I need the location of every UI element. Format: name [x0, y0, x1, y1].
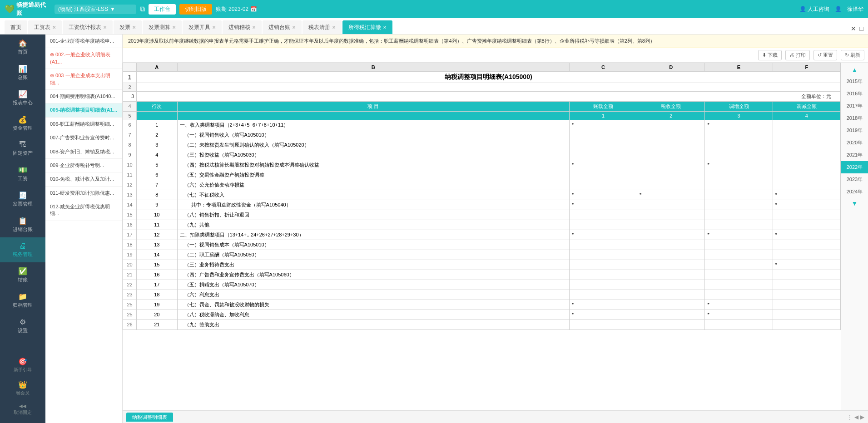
calendar-icon[interactable]: 📅: [250, 6, 257, 12]
val-c-11[interactable]: [569, 220, 637, 230]
tab-minimize-icon[interactable]: ✕: [851, 25, 856, 32]
doc-list-item-006[interactable]: 006-职工薪酬纳税调整明细...: [45, 118, 122, 131]
item-19[interactable]: （七）罚金、罚款和被没收财物的损失: [177, 300, 569, 310]
item-17[interactable]: （五）捐赠支出（填写A105070）: [177, 280, 569, 290]
item-20[interactable]: （八）税收滞纳金、加收利息: [177, 310, 569, 320]
item-14[interactable]: （二）职工薪酬（填写A105050）: [177, 250, 569, 260]
year-item-2018[interactable]: 2018年: [841, 112, 868, 124]
val-e-17[interactable]: [705, 280, 773, 290]
sidebar-item-salary[interactable]: 💵 工资: [0, 161, 45, 187]
tab-invoice-calc[interactable]: 发票测算 ✕: [143, 20, 182, 34]
reset-button[interactable]: ↺ 重置: [813, 50, 837, 60]
val-e-6[interactable]: [705, 170, 773, 180]
val-d-7[interactable]: [637, 180, 705, 190]
val-e-4[interactable]: [705, 150, 773, 160]
val-d-8[interactable]: *: [637, 190, 705, 200]
val-c-4[interactable]: [569, 150, 637, 160]
val-d-12[interactable]: [637, 230, 705, 240]
year-item-2024[interactable]: 2024年: [841, 186, 868, 198]
val-e-21[interactable]: [705, 320, 773, 330]
refresh-button[interactable]: ↻ 刷新: [841, 50, 864, 60]
tab-invoice-close[interactable]: ✕: [132, 25, 136, 30]
bottom-nav-next[interactable]: ▶: [860, 414, 864, 420]
print-button[interactable]: 🖨 打印: [785, 50, 810, 60]
bottom-tab-detail[interactable]: 纳税调整明细表: [126, 413, 173, 422]
sidebar-item-tax[interactable]: 🖨 税务管理: [0, 237, 45, 262]
val-d-2[interactable]: [637, 130, 705, 140]
sidebar-item-purchase[interactable]: 📋 进销台账: [0, 212, 45, 237]
val-e-20[interactable]: *: [705, 310, 773, 320]
val-d-15[interactable]: [637, 260, 705, 270]
val-c-5[interactable]: *: [569, 160, 637, 170]
item-16[interactable]: （四）广告费和业务宣传费支出（填写A105060）: [177, 270, 569, 280]
val-e-8[interactable]: [705, 190, 773, 200]
val-e-1[interactable]: *: [705, 120, 773, 130]
val-c-9[interactable]: *: [569, 200, 637, 210]
year-item-2019[interactable]: 2019年: [841, 124, 868, 137]
workbench-button[interactable]: 工作台: [149, 4, 176, 15]
sidebar-item-guide[interactable]: 🎯 新手引导: [0, 354, 45, 377]
val-f-8[interactable]: *: [773, 190, 840, 200]
val-c-16[interactable]: [569, 270, 637, 280]
tab-tax-table-close[interactable]: ✕: [332, 25, 336, 30]
item-12[interactable]: 二、扣除类调整项目（13+14+...24+26+27+28+29+30）: [177, 230, 569, 240]
val-f-15[interactable]: *: [773, 260, 840, 270]
item-15[interactable]: （三）业务招待费支出: [177, 260, 569, 270]
val-c-10[interactable]: [569, 210, 637, 220]
sidebar-item-home[interactable]: 🏠 首页: [0, 34, 45, 60]
bottom-nav-prev[interactable]: ◀: [854, 414, 858, 420]
doc-list-item-011[interactable]: 011-研发费用加计扣除优惠...: [45, 187, 122, 200]
val-c-15[interactable]: [569, 260, 637, 270]
val-e-7[interactable]: [705, 180, 773, 190]
sidebar-item-archive[interactable]: 📁 归档管理: [0, 288, 45, 313]
item-1[interactable]: 一、收入类调整项目（2+3+4+5+6+7+8+10+11）: [177, 120, 569, 130]
val-f-6[interactable]: [773, 170, 840, 180]
val-d-4[interactable]: [637, 150, 705, 160]
year-item-2016[interactable]: 2016年: [841, 88, 868, 100]
val-c-18[interactable]: [569, 290, 637, 300]
company-selector[interactable]: (物副) 江西股室-LSS ▼: [55, 5, 136, 14]
val-d-1[interactable]: [637, 120, 705, 130]
val-f-4[interactable]: [773, 150, 840, 160]
doc-list-item-004[interactable]: 004-期间费用明细表(A1040...: [45, 90, 122, 103]
val-e-9[interactable]: [705, 200, 773, 210]
val-d-16[interactable]: [637, 270, 705, 280]
doc-list-item-003[interactable]: ⊗ 003-一般企业成本支出明细...: [45, 69, 122, 90]
doc-list-item-008[interactable]: 008-资产折旧、摊销及纳税...: [45, 145, 122, 159]
val-f-9[interactable]: *: [773, 200, 840, 210]
val-d-3[interactable]: [637, 140, 705, 150]
tab-tax-table[interactable]: 税表清册 ✕: [303, 20, 342, 34]
tab-payroll-close[interactable]: ✕: [52, 25, 56, 30]
val-e-15[interactable]: [705, 260, 773, 270]
year-item-2015[interactable]: 2015年: [841, 75, 868, 88]
doc-list-item-012[interactable]: 012-减免企业所得税优惠明细...: [45, 200, 122, 221]
year-item-2022[interactable]: 2022年: [841, 161, 868, 173]
year-item-2023[interactable]: 2023年: [841, 173, 868, 186]
val-c-8[interactable]: *: [569, 190, 637, 200]
item-2[interactable]: （一）视同销售收入（填写A105010）: [177, 130, 569, 140]
tab-purchase-ledger-close[interactable]: ✕: [292, 25, 296, 30]
val-f-13[interactable]: [773, 240, 840, 250]
year-item-2021[interactable]: 2021年: [841, 149, 868, 161]
val-f-18[interactable]: [773, 290, 840, 300]
tab-invoice-issue[interactable]: 发票开具 ✕: [183, 20, 222, 34]
item-9[interactable]: 其中：专项用途财政性资金（填写A105040）: [177, 200, 569, 210]
sidebar-item-member[interactable]: 👑 畅会员: [0, 377, 45, 400]
tab-maximize-icon[interactable]: □: [860, 25, 863, 32]
doc-list-item-007[interactable]: 007-广告费和业务宣传费时...: [45, 131, 122, 145]
sidebar-item-ledger[interactable]: 📊 总账: [0, 60, 45, 85]
tab-purchase-check[interactable]: 进销稽核 ✕: [223, 20, 262, 34]
val-d-9[interactable]: [637, 200, 705, 210]
val-e-3[interactable]: [705, 140, 773, 150]
val-f-1[interactable]: [773, 120, 840, 130]
val-c-12[interactable]: *: [569, 230, 637, 240]
val-e-16[interactable]: [705, 270, 773, 280]
val-c-17[interactable]: [569, 280, 637, 290]
val-f-3[interactable]: [773, 140, 840, 150]
sidebar-item-assets[interactable]: 🏗 固定资产: [0, 136, 45, 161]
val-e-13[interactable]: [705, 240, 773, 250]
item-18[interactable]: （六）利息支出: [177, 290, 569, 300]
val-e-18[interactable]: [705, 290, 773, 300]
year-item-2020[interactable]: 2020年: [841, 137, 868, 149]
val-c-1[interactable]: *: [569, 120, 637, 130]
